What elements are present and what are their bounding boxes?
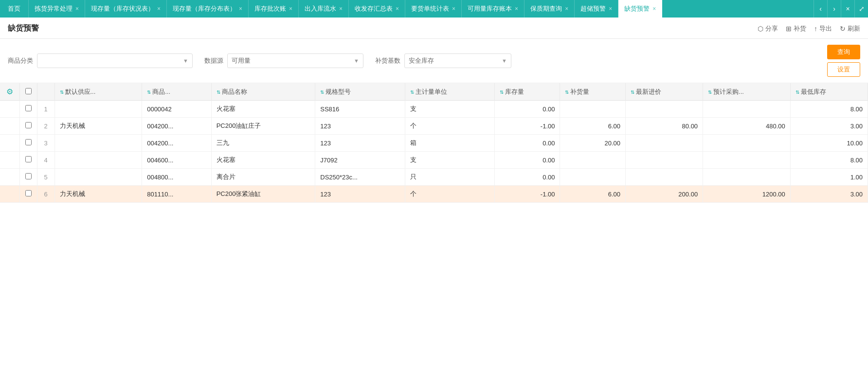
close-expiry-tab[interactable]: × xyxy=(565,5,568,12)
export-button[interactable]: ↑ 导出 xyxy=(814,24,832,33)
row-checkbox[interactable] xyxy=(25,156,32,162)
row-spec: DS250*23c... xyxy=(315,169,405,186)
row-number: 1 xyxy=(37,101,54,118)
table-row[interactable]: 1 0000042 火花塞 SS816 支 0.00 8.00 xyxy=(0,101,868,118)
row-spec: 123 xyxy=(315,118,405,135)
table-row[interactable]: 2 力天机械 004200... PC200油缸庄子 123 个 -1.00 6… xyxy=(0,118,868,135)
datasource-label: 数据源 xyxy=(204,56,223,65)
sku-sort-icon: ⇅ xyxy=(147,89,151,95)
row-latest-price xyxy=(625,135,703,152)
table-container: ⚙ ⇅默认供应... ⇅商品... ⇅商品名称 xyxy=(0,83,868,203)
table-row[interactable]: 4 004600... 火花塞 J7092 支 0.00 8.00 xyxy=(0,152,868,169)
row-spec: SS816 xyxy=(315,101,405,118)
row-sku: 801110... xyxy=(142,186,212,203)
row-number: 2 xyxy=(37,118,54,135)
row-supplier xyxy=(54,135,142,152)
replenish-button[interactable]: ⊞ 补货 xyxy=(786,24,806,33)
tab-stock-status[interactable]: 现存量（库存状况表） × xyxy=(85,0,167,18)
select-all-checkbox[interactable] xyxy=(25,88,32,94)
row-min-stock: 8.00 xyxy=(790,101,868,118)
row-sku: 004200... xyxy=(142,135,212,152)
col-unit-header: ⇅主计量单位 xyxy=(405,83,495,101)
table-row[interactable]: 3 004200... 三九 123 箱 0.00 20.00 10.00 xyxy=(0,135,868,152)
tab-home[interactable]: 首页 xyxy=(0,0,29,18)
close-exception-tab[interactable]: × xyxy=(75,5,79,12)
tab-flow[interactable]: 出入库流水 × xyxy=(299,0,349,18)
row-supplier: 力天机械 xyxy=(54,118,142,135)
row-supplier xyxy=(54,101,142,118)
close-available-tab[interactable]: × xyxy=(515,5,518,12)
data-table: ⚙ ⇅默认供应... ⇅商品... ⇅商品名称 xyxy=(0,83,868,203)
datasource-filter-group: 数据源 可用量 ▼ xyxy=(204,53,363,68)
row-gear-cell xyxy=(0,169,19,186)
row-name: PC200张紧油缸 xyxy=(211,186,315,203)
query-button[interactable]: 查询 xyxy=(827,45,860,59)
tab-exception[interactable]: 拣货异常处理 × xyxy=(29,0,85,18)
tab-batch[interactable]: 库存批次账 × xyxy=(249,0,299,18)
tab-demand[interactable]: 要货单统计表 × xyxy=(405,0,462,18)
category-label: 商品分类 xyxy=(8,56,33,65)
tab-available[interactable]: 可用量库存账本 × xyxy=(462,0,524,18)
row-spec: J7092 xyxy=(315,152,405,169)
refresh-button[interactable]: ↻ 刷新 xyxy=(840,24,860,33)
row-gear-cell xyxy=(0,135,19,152)
replenish-base-arrow-icon: ▼ xyxy=(502,58,507,64)
row-checkbox[interactable] xyxy=(25,122,32,128)
latest-price-sort-icon: ⇅ xyxy=(631,89,634,95)
col-num-header xyxy=(37,83,54,101)
tab-overstock[interactable]: 超储预警 × xyxy=(575,0,618,18)
row-number: 3 xyxy=(37,135,54,152)
row-unit: 支 xyxy=(405,101,495,118)
row-checkbox[interactable] xyxy=(25,105,32,111)
row-latest-price: 200.00 xyxy=(625,186,703,203)
row-est-purchase: 480.00 xyxy=(703,118,791,135)
row-checkbox-cell xyxy=(19,135,37,152)
row-sku: 004600... xyxy=(142,152,212,169)
row-checkbox[interactable] xyxy=(25,173,32,179)
gear-settings-icon[interactable]: ⚙ xyxy=(6,88,13,96)
replenish-base-label: 补货基数 xyxy=(375,56,400,65)
close-overstock-tab[interactable]: × xyxy=(609,5,612,12)
tab-expiry[interactable]: 保质期查询 × xyxy=(524,0,575,18)
close-batch-tab[interactable]: × xyxy=(289,5,292,12)
tab-next-btn[interactable]: › xyxy=(827,0,841,18)
row-name: PC200油缸庄子 xyxy=(211,118,315,135)
share-button[interactable]: ⬡ 分享 xyxy=(758,24,778,33)
tab-shortage[interactable]: 缺货预警 × xyxy=(618,0,662,18)
table-row[interactable]: 5 004800... 离合片 DS250*23c... 只 0.00 1.00 xyxy=(0,169,868,186)
row-number: 4 xyxy=(37,152,54,169)
row-spec: 123 xyxy=(315,135,405,152)
tab-collect[interactable]: 收发存汇总表 × xyxy=(349,0,405,18)
tab-prev-btn[interactable]: ‹ xyxy=(814,0,827,18)
row-est-purchase xyxy=(703,169,791,186)
row-name: 三九 xyxy=(211,135,315,152)
row-sku: 004200... xyxy=(142,118,212,135)
refresh-icon: ↻ xyxy=(840,25,846,33)
tab-close-all-btn[interactable]: × xyxy=(841,0,854,18)
tab-maximize-btn[interactable]: ⤢ xyxy=(854,0,868,18)
datasource-select[interactable]: 可用量 ▼ xyxy=(227,53,363,68)
close-collect-tab[interactable]: × xyxy=(396,5,399,12)
datasource-value: 可用量 xyxy=(232,56,251,65)
category-filter-group: 商品分类 ▼ xyxy=(8,53,193,68)
close-flow-tab[interactable]: × xyxy=(339,5,343,12)
close-demand-tab[interactable]: × xyxy=(452,5,455,12)
close-stock-status-tab[interactable]: × xyxy=(157,5,161,12)
replenish-base-filter-group: 补货基数 安全库存 ▼ xyxy=(375,53,511,68)
row-checkbox-cell xyxy=(19,186,37,203)
tab-stock-dist[interactable]: 现存量（库存分布表） × xyxy=(167,0,249,18)
close-stock-dist-tab[interactable]: × xyxy=(239,5,242,12)
table-row[interactable]: 6 力天机械 801110... PC200张紧油缸 123 个 -1.00 6… xyxy=(0,186,868,203)
category-select[interactable]: ▼ xyxy=(37,53,193,68)
col-min-stock-header: ⇅最低库存 xyxy=(790,83,868,101)
page-header: 缺货预警 ⬡ 分享 ⊞ 补货 ↑ 导出 ↻ 刷新 xyxy=(0,18,868,39)
row-checkbox[interactable] xyxy=(25,190,32,196)
close-shortage-tab[interactable]: × xyxy=(652,5,656,12)
row-replenish xyxy=(560,101,626,118)
settings-button[interactable]: 设置 xyxy=(827,62,860,77)
replenish-base-select[interactable]: 安全库存 ▼ xyxy=(404,53,511,68)
row-unit: 只 xyxy=(405,169,495,186)
row-checkbox[interactable] xyxy=(25,139,32,145)
row-number: 6 xyxy=(37,186,54,203)
col-latest-price-header: ⇅最新进价 xyxy=(625,83,703,101)
